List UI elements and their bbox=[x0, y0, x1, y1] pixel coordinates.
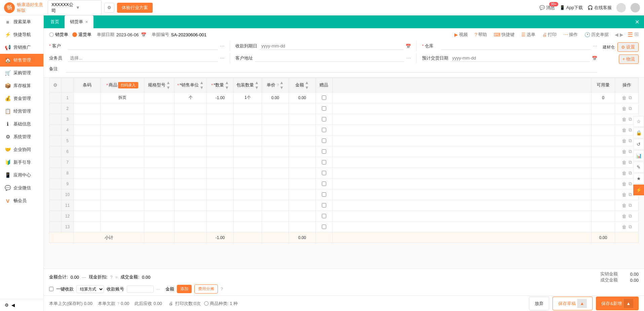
row-gift-cell[interactable] bbox=[315, 222, 332, 232]
delivery-calendar-icon[interactable]: 📅 bbox=[592, 56, 597, 61]
sidebar-item-inventory[interactable]: 📦 库存核算 bbox=[0, 79, 43, 92]
row-spec-cell[interactable] bbox=[144, 200, 175, 211]
delete-row-icon[interactable]: 🗑 bbox=[622, 127, 627, 133]
add-payment-button[interactable]: 添加 bbox=[177, 285, 192, 293]
operations-button[interactable]: ⋯ 操作 bbox=[561, 31, 580, 38]
avatar[interactable] bbox=[616, 3, 626, 12]
rf-btn-6[interactable]: ★ bbox=[633, 173, 644, 184]
row-pkgqty-cell[interactable] bbox=[234, 114, 262, 125]
row-unit-cell[interactable]: 个 bbox=[175, 92, 207, 103]
row-spec-cell[interactable] bbox=[144, 114, 175, 125]
row-price-cell[interactable] bbox=[262, 189, 289, 200]
rf-btn-3[interactable]: ↺ bbox=[633, 139, 644, 150]
gift-checkbox[interactable] bbox=[322, 225, 326, 229]
row-price-cell[interactable] bbox=[262, 211, 289, 222]
radio-sale-order[interactable]: 销货单 bbox=[49, 32, 68, 38]
tab-bar-close-button[interactable]: ✕ bbox=[632, 19, 643, 25]
rf-btn-2[interactable]: 🔒 bbox=[633, 127, 644, 138]
company-selector[interactable]: XXXXXX公司 ▼ bbox=[48, 0, 102, 15]
select-order-button[interactable]: ☰ 选单 bbox=[519, 31, 537, 38]
row-qty-cell[interactable] bbox=[207, 211, 234, 222]
history-button[interactable]: 🕐 历史单据 bbox=[582, 31, 611, 38]
row-gift-cell[interactable] bbox=[315, 157, 332, 168]
view-list-icon[interactable]: ☰ bbox=[628, 31, 633, 38]
sidebar-item-marketing[interactable]: 📢 营销推广 bbox=[0, 41, 43, 54]
row-gift-cell[interactable] bbox=[315, 103, 332, 114]
row-spec-cell[interactable] bbox=[144, 179, 175, 189]
row-amount-cell[interactable] bbox=[289, 179, 315, 189]
row-qty-cell[interactable] bbox=[207, 114, 234, 125]
save-new-arrow[interactable]: ▲ bbox=[623, 299, 633, 308]
delete-row-icon[interactable]: 🗑 bbox=[622, 170, 627, 176]
copy-row-icon[interactable]: ⧉ bbox=[629, 224, 632, 230]
row-price-cell[interactable] bbox=[262, 146, 289, 157]
row-gift-cell[interactable] bbox=[315, 92, 332, 103]
copy-row-icon[interactable]: ⧉ bbox=[629, 106, 632, 111]
row-pkgqty-cell[interactable] bbox=[234, 179, 262, 189]
row-barcode-cell[interactable] bbox=[74, 168, 101, 179]
tab-home[interactable]: 首页 bbox=[45, 15, 65, 28]
row-barcode-cell[interactable] bbox=[74, 103, 101, 114]
row-amount-cell[interactable] bbox=[289, 211, 315, 222]
delete-row-icon[interactable]: 🗑 bbox=[622, 160, 627, 165]
row-pkgqty-cell[interactable] bbox=[234, 103, 262, 114]
gift-checkbox[interactable] bbox=[322, 95, 326, 100]
copy-row-icon[interactable]: ⧉ bbox=[629, 192, 632, 197]
row-price-cell[interactable] bbox=[262, 157, 289, 168]
row-qty-cell[interactable]: -1.00 bbox=[207, 92, 234, 103]
row-amount-cell[interactable] bbox=[289, 157, 315, 168]
salesperson-input[interactable] bbox=[68, 54, 218, 62]
row-spec-cell[interactable] bbox=[144, 211, 175, 222]
discount-help-icon[interactable]: ? bbox=[110, 275, 113, 280]
copy-row-icon[interactable]: ⧉ bbox=[629, 127, 632, 133]
delete-row-icon[interactable]: 🗑 bbox=[622, 149, 627, 154]
row-price-cell[interactable] bbox=[262, 200, 289, 211]
gift-checkbox[interactable] bbox=[322, 192, 326, 197]
row-spec-cell[interactable] bbox=[144, 103, 175, 114]
gift-checkbox[interactable] bbox=[322, 171, 326, 175]
delete-row-icon[interactable]: 🗑 bbox=[622, 224, 627, 230]
row-barcode-cell[interactable] bbox=[74, 135, 101, 146]
gift-checkbox[interactable] bbox=[322, 203, 326, 207]
logistics-button[interactable]: + 物流 bbox=[619, 54, 639, 64]
customer-more-icon[interactable]: ··· bbox=[220, 43, 224, 49]
delete-row-icon[interactable]: 🗑 bbox=[622, 117, 627, 122]
payment-calendar-icon[interactable]: 📅 bbox=[406, 44, 411, 49]
calendar-icon[interactable]: 📅 bbox=[141, 32, 146, 37]
copy-row-icon[interactable]: ⧉ bbox=[629, 170, 632, 176]
gift-checkbox[interactable] bbox=[322, 128, 326, 132]
sidebar-item-wechat[interactable]: 💬 企业微信 bbox=[0, 182, 43, 194]
row-gift-cell[interactable] bbox=[315, 135, 332, 146]
row-gift-cell[interactable] bbox=[315, 168, 332, 179]
row-qty-cell[interactable] bbox=[207, 125, 234, 135]
row-product-cell[interactable] bbox=[101, 125, 144, 135]
row-amount-cell[interactable]: 0.00 bbox=[289, 92, 315, 103]
row-barcode-cell[interactable] bbox=[74, 189, 101, 200]
row-spec-cell[interactable] bbox=[144, 189, 175, 200]
row-price-cell[interactable] bbox=[262, 114, 289, 125]
message-button[interactable]: 💬 消息 99+ bbox=[539, 5, 555, 11]
row-unit-cell[interactable] bbox=[175, 189, 207, 200]
customer-input[interactable] bbox=[68, 42, 218, 50]
row-product-cell[interactable] bbox=[101, 200, 144, 211]
video-button[interactable]: ▶ 视频 bbox=[452, 31, 470, 38]
sidebar-item-capital[interactable]: 💰 资金管理 bbox=[0, 92, 43, 105]
row-unit-cell[interactable] bbox=[175, 168, 207, 179]
product-type-radio[interactable] bbox=[204, 301, 209, 306]
row-barcode-cell[interactable] bbox=[74, 114, 101, 125]
row-product-cell[interactable] bbox=[101, 211, 144, 222]
row-gift-cell[interactable] bbox=[315, 146, 332, 157]
row-spec-cell[interactable] bbox=[144, 135, 175, 146]
row-unit-cell[interactable] bbox=[175, 135, 207, 146]
row-amount-cell[interactable] bbox=[289, 114, 315, 125]
settings-button[interactable]: ⚙ 设置 bbox=[617, 42, 639, 52]
rf-btn-7[interactable]: ⚡ bbox=[633, 185, 644, 195]
warehouse-input[interactable] bbox=[441, 42, 591, 50]
row-barcode-cell[interactable] bbox=[74, 179, 101, 189]
row-amount-cell[interactable] bbox=[289, 135, 315, 146]
gift-checkbox[interactable] bbox=[322, 106, 326, 111]
row-barcode-cell[interactable] bbox=[74, 157, 101, 168]
th-gear[interactable]: ⚙ bbox=[49, 78, 62, 92]
copy-row-icon[interactable]: ⧉ bbox=[629, 116, 632, 122]
row-spec-cell[interactable] bbox=[144, 125, 175, 135]
